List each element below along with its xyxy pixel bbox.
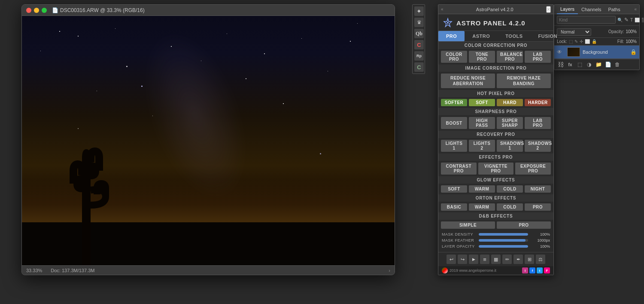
exposure-pro-button[interactable]: EXPOSURE PRO — [515, 163, 551, 175]
lights1-button[interactable]: LIGHTS 1 — [441, 140, 467, 152]
orton-basic-button[interactable]: BASIC — [441, 203, 467, 211]
facebook-icon[interactable]: f — [529, 267, 535, 273]
cactus-silhouette — [43, 93, 129, 265]
boost-button[interactable]: BOOST — [441, 117, 467, 129]
hard-button[interactable]: HARD — [497, 99, 523, 106]
window-title: 📄 DSC00316.ARW @ 33.3% (RGB/16) — [52, 7, 145, 13]
balance-pro-button[interactable]: BALANCE PRO — [497, 51, 523, 63]
vignette-pro-button[interactable]: VIGNETTE PRO — [478, 163, 514, 175]
add-group-button[interactable]: 📁 — [595, 61, 602, 68]
transform-icon[interactable]: ⬜ — [635, 16, 640, 24]
lab-pro-2-button[interactable]: LAB PRO — [525, 117, 551, 129]
remove-haze-banding-button[interactable]: REMOVE HAZEBANDING — [497, 74, 551, 88]
ps-window: 📄 DSC00316.ARW @ 33.3% (RGB/16) — [21, 4, 395, 275]
pen-button[interactable]: ✒ — [513, 255, 523, 264]
crown-button[interactable]: ♛ — [414, 18, 424, 27]
color-pro-button[interactable]: COLOR PRO — [441, 51, 467, 63]
glow-cold-button[interactable]: COLD — [497, 185, 523, 193]
flickr-icon[interactable]: F — [544, 267, 550, 273]
new-layer-button[interactable]: 📄 — [604, 61, 612, 68]
q-button[interactable]: Qb — [414, 29, 424, 38]
chart-button[interactable]: ▦ — [491, 255, 501, 264]
astro-toolbar: ↩ ↪ ▶ ≡ ▦ ✏ ✒ ⊞ ⚖ — [438, 252, 553, 266]
lock-image-button[interactable]: ✎ — [574, 39, 578, 44]
mask-density-value: 100% — [531, 232, 550, 236]
shadows2-button[interactable]: SHADOWS 2 — [525, 140, 551, 152]
link-layers-button[interactable]: ⛓ — [557, 61, 565, 68]
shadows1-button[interactable]: SHADOWS 1 — [497, 140, 523, 152]
c2-button[interactable]: C — [414, 62, 424, 72]
tab-pro[interactable]: PRO — [438, 31, 465, 41]
redo-button[interactable]: ↪ — [458, 255, 467, 264]
adjustment-button[interactable]: ◑ — [585, 61, 593, 68]
minimize-button[interactable] — [34, 8, 39, 13]
fx-button[interactable]: fx — [566, 61, 574, 68]
sparkle-button[interactable]: ✦ — [414, 6, 424, 16]
layer-opacity-track[interactable] — [479, 245, 528, 248]
layer-item-background[interactable]: 👁 Background 🔒 — [554, 46, 639, 59]
lock-artboard-button[interactable]: ⬜ — [585, 39, 590, 44]
super-sharp-button[interactable]: SUPER SHARP — [497, 117, 523, 129]
balance-button[interactable]: ⚖ — [536, 255, 545, 264]
edit-icon[interactable]: ✎ — [624, 16, 629, 24]
fill-label: Fill: — [617, 39, 624, 44]
video-button[interactable]: ▶ — [469, 255, 478, 264]
layers-expand-button[interactable]: « — [634, 7, 637, 12]
reduce-noise-aberration-button[interactable]: REDUCE NOISEABERRATION — [441, 74, 495, 88]
collapse-button[interactable]: « — [441, 7, 444, 12]
sliders-section: MASK DENSITY 100% MASK FEATHER 1000px LA… — [438, 230, 553, 252]
tab-fusion[interactable]: FUSION — [531, 31, 565, 41]
tab-astro[interactable]: ASTRO — [465, 31, 498, 41]
tab-tools[interactable]: TOOLS — [498, 31, 530, 41]
glow-soft-button[interactable]: SOFT — [441, 185, 467, 193]
brush-button[interactable]: ✏ — [502, 255, 512, 264]
soft-button[interactable]: SOFT — [469, 99, 495, 106]
softer-button[interactable]: SOFTER — [441, 99, 467, 106]
zoom-level: 33.33% — [26, 268, 42, 273]
db-effects-buttons: SIMPLE PRO — [438, 220, 553, 230]
orton-warm-button[interactable]: WARM — [469, 203, 495, 211]
maximize-button[interactable] — [42, 8, 47, 13]
desktop: 📄 DSC00316.ARW @ 33.3% (RGB/16) — [0, 0, 644, 304]
type-icon[interactable]: T — [630, 16, 633, 24]
lock-all-button[interactable]: 🔒 — [592, 39, 597, 44]
mask-density-track[interactable] — [479, 233, 528, 236]
mask-feather-track[interactable] — [479, 239, 528, 242]
tab-paths[interactable]: Paths — [605, 5, 624, 14]
layer-visibility-icon[interactable]: 👁 — [557, 48, 565, 56]
mask-feather-value: 1000px — [531, 238, 550, 243]
search-icon[interactable]: 🔍 — [617, 16, 623, 24]
add-mask-button[interactable]: ⬚ — [576, 61, 583, 68]
delete-layer-button[interactable]: 🗑 — [614, 61, 621, 68]
panel-close-button[interactable]: × — [546, 6, 551, 13]
orton-cold-button[interactable]: COLD — [497, 203, 523, 211]
filter-icon[interactable]: ⬛ — [641, 16, 644, 24]
glow-night-button[interactable]: NIGHT — [525, 185, 551, 193]
layer-search-input[interactable] — [557, 16, 616, 24]
contrast-pro-button[interactable]: CONTRAST PRO — [441, 163, 477, 175]
undo-button[interactable]: ↩ — [447, 255, 456, 264]
orton-pro-button[interactable]: PRO — [525, 203, 551, 211]
lock-position-button[interactable]: ✛ — [580, 39, 583, 44]
db-simple-button[interactable]: SIMPLE — [441, 221, 495, 229]
glow-warm-button[interactable]: WARM — [469, 185, 495, 193]
harder-button[interactable]: HARDER — [525, 99, 551, 106]
layer-name: Background — [583, 49, 628, 55]
twitter-icon[interactable]: t — [537, 267, 543, 273]
close-button[interactable] — [26, 8, 31, 13]
rp-button[interactable]: Rp — [414, 51, 424, 61]
lines-button[interactable]: ≡ — [480, 255, 489, 264]
tab-layers[interactable]: Layers — [557, 5, 578, 14]
db-pro-button[interactable]: PRO — [497, 221, 551, 229]
lab-pro-1-button[interactable]: LAB PRO — [525, 51, 551, 63]
tab-channels[interactable]: Channels — [578, 5, 605, 14]
high-pass-button[interactable]: HIGH PASS — [469, 117, 495, 129]
lights2-button[interactable]: LIGHTS 2 — [469, 140, 495, 152]
tone-pro-button[interactable]: TONE PRO — [469, 51, 495, 63]
grid-button[interactable]: ⊞ — [525, 255, 534, 264]
lock-transparent-button[interactable]: ⬚ — [569, 39, 573, 44]
instagram-icon[interactable]: I — [522, 267, 528, 273]
star — [126, 66, 128, 67]
layer-lock-icon: 🔒 — [630, 49, 637, 55]
c-button[interactable]: C — [414, 40, 424, 49]
